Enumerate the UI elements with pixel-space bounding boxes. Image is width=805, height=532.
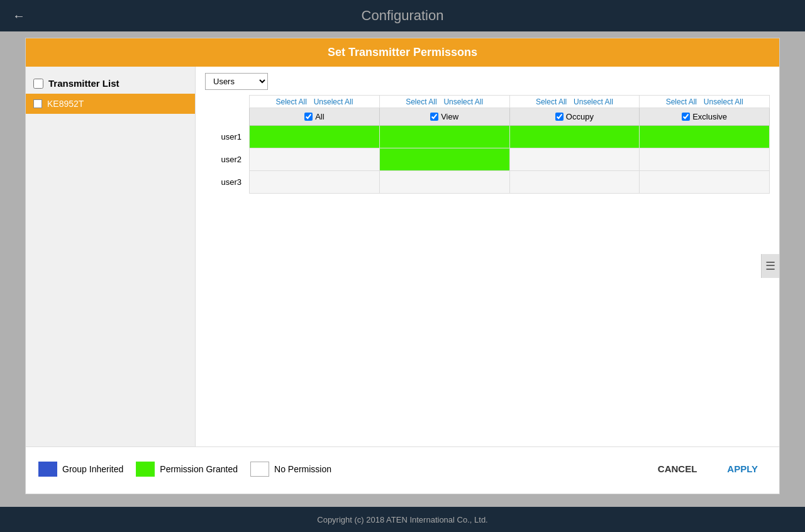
user-label-user3: user3: [205, 171, 250, 194]
view-select-all[interactable]: Select All: [406, 97, 436, 106]
exclusive-col-checkbox[interactable]: [682, 113, 690, 121]
occupy-select-all[interactable]: Select All: [536, 97, 567, 106]
view-unselect-all[interactable]: Unselect All: [443, 97, 483, 106]
col-exclusive: Exclusive: [640, 108, 770, 126]
col-occupy: Occupy: [509, 108, 640, 126]
legend-granted-box: [136, 462, 155, 477]
cell-user1-view[interactable]: [379, 126, 509, 148]
table-row: user2: [205, 148, 770, 171]
user-rows: user1user2user3: [205, 126, 770, 194]
sidebar-header: Transmitter List: [26, 73, 195, 94]
all-col-checkbox[interactable]: [304, 113, 313, 121]
col-view: View: [379, 108, 509, 126]
dialog-header: Set Transmitter Permissons: [26, 38, 779, 67]
legend-no-perm-label: No Permission: [274, 464, 331, 474]
sidebar-item-ke8952t[interactable]: KE8952T: [26, 94, 195, 114]
table-row: user1: [205, 126, 770, 148]
cell-user1-all[interactable]: [250, 126, 380, 148]
col-all: All: [250, 108, 380, 126]
cell-user3-exclusive[interactable]: [640, 171, 770, 194]
bottom-bar: Copyright (c) 2018 ATEN International Co…: [0, 507, 805, 532]
hamburger-button[interactable]: ☰: [761, 254, 779, 278]
occupy-unselect-all[interactable]: Unselect All: [574, 97, 613, 106]
cell-user1-exclusive[interactable]: [640, 126, 770, 148]
all-unselect-all[interactable]: Unselect All: [314, 97, 353, 106]
dialog-footer: Group Inherited Permission Granted No Pe…: [26, 446, 779, 490]
copyright-text: Copyright (c) 2018 ATEN International Co…: [317, 515, 487, 524]
user-label-user2: user2: [205, 148, 250, 171]
view-col-checkbox[interactable]: [430, 113, 438, 121]
cancel-button[interactable]: CANCEL: [649, 460, 706, 478]
legend-inherited-box: [38, 462, 57, 477]
col-header-row: All View Occupy Exclusive: [205, 108, 770, 126]
legend-no-perm-box: [250, 462, 269, 477]
select-all-row: Select All Unselect All Select All Unsel…: [205, 96, 770, 108]
dialog-container: Set Transmitter Permissons Transmitter L…: [25, 38, 780, 494]
legend-granted: Permission Granted: [136, 462, 238, 477]
exclusive-select-all[interactable]: Select All: [666, 97, 697, 106]
cell-user2-exclusive[interactable]: [640, 148, 770, 171]
back-button[interactable]: ←: [13, 9, 25, 23]
permission-table: Select All Unselect All Select All Unsel…: [205, 95, 770, 194]
sidebar-item-checkbox[interactable]: [33, 99, 42, 108]
empty-corner: [205, 96, 250, 108]
cell-user3-occupy[interactable]: [509, 171, 640, 194]
cell-user1-occupy[interactable]: [509, 126, 640, 148]
cell-user2-view[interactable]: [379, 148, 509, 171]
cell-user2-all[interactable]: [250, 148, 380, 171]
apply-button[interactable]: APPLY: [718, 460, 767, 478]
sidebar-item-label: KE8952T: [47, 99, 84, 109]
legend-inherited-label: Group Inherited: [62, 464, 123, 474]
cell-user2-occupy[interactable]: [509, 148, 640, 171]
view-select-links: Select All Unselect All: [379, 96, 509, 108]
table-row: user3: [205, 171, 770, 194]
legend-inherited: Group Inherited: [38, 462, 123, 477]
top-nav: ← Configuration: [0, 0, 805, 31]
legend-no-perm: No Permission: [250, 462, 331, 477]
occupy-select-links: Select All Unselect All: [509, 96, 640, 108]
all-select-all[interactable]: Select All: [275, 97, 306, 106]
legend-granted-label: Permission Granted: [160, 464, 238, 474]
exclusive-select-links: Select All Unselect All: [640, 96, 770, 108]
sidebar: Transmitter List KE8952T: [26, 67, 196, 446]
cell-user3-all[interactable]: [250, 171, 380, 194]
page-title: Configuration: [362, 8, 444, 24]
occupy-col-checkbox[interactable]: [555, 113, 564, 121]
all-select-links: Select All Unselect All: [250, 96, 380, 108]
dialog-body: Transmitter List KE8952T Users Groups: [26, 67, 779, 446]
filter-row: Users Groups: [205, 73, 770, 90]
empty-col: [205, 108, 250, 126]
sidebar-title: Transmitter List: [48, 78, 119, 89]
exclusive-unselect-all[interactable]: Unselect All: [704, 97, 743, 106]
users-filter-select[interactable]: Users Groups: [205, 73, 268, 90]
user-label-user1: user1: [205, 126, 250, 148]
main-content: Users Groups Select All Unselect All: [196, 67, 779, 446]
sidebar-all-checkbox[interactable]: [33, 79, 43, 89]
cell-user3-view[interactable]: [379, 171, 509, 194]
